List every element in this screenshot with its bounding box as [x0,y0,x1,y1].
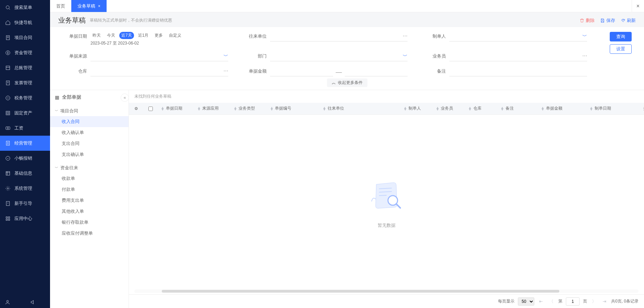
creator-input[interactable] [449,32,587,41]
collapse-tree-button[interactable]: « [121,94,129,102]
column-header[interactable]: ▲▼业务类型 [231,103,267,114]
tree-leaf[interactable]: 收入合同 [50,116,129,127]
tree-leaf[interactable]: 应收应付调整单 [50,228,129,239]
sort-icon[interactable]: ▲▼ [403,107,407,110]
page-size-select[interactable]: 50 [518,297,534,306]
sidebar-item-tax[interactable]: 税务管理 [0,90,50,106]
tab[interactable]: 业务草稿× [71,0,107,12]
sidebar-item-biz[interactable]: 经营管理 [0,136,50,151]
column-header[interactable]: ▲▼单据编号 [267,103,320,114]
filter-date: 单据日期 昨天今天近7天近1月更多自定义 2023-05-27 至 2023-0… [62,32,228,46]
chevron-down-icon[interactable]: ﹀ [223,53,228,59]
tree-leaf[interactable]: 费用支出单 [50,195,129,206]
sort-icon[interactable]: ▲▼ [590,107,593,110]
department-input[interactable] [270,52,408,61]
svg-rect-11 [7,112,9,114]
more-icon[interactable]: ⋯ [223,68,228,74]
select-all-checkbox[interactable] [148,107,153,111]
column-header[interactable]: ▲▼仓库 [465,103,498,114]
table-scroll[interactable]: ⚙▲▼单据日期▲▼来源应用▲▼业务类型▲▼单据编号▲▼往来单位▲▼制单人▲▼业务… [129,103,644,115]
save-icon [600,18,605,23]
column-header[interactable]: ▲▼往来单位 [320,103,401,114]
amount-to-input[interactable] [345,67,408,76]
sidebar-item-guide[interactable]: 新手引导 [0,196,50,211]
gear-icon[interactable]: ⚙ [134,106,138,111]
next-page-button[interactable]: 〉 [591,298,598,305]
more-icon[interactable]: ⋯ [582,53,587,59]
sidebar-item-base[interactable]: 基础信息 [0,166,50,181]
last-page-button[interactable]: ⇥ [601,299,608,304]
chevron-down-icon[interactable]: ﹀ [582,33,587,39]
warehouse-input[interactable] [90,67,228,76]
more-icon[interactable]: ⋯ [403,33,408,39]
collapse-filters-button[interactable]: ︽ 收起更多条件 [327,78,367,87]
sidebar-item-contract[interactable]: 项目合同 [0,30,50,45]
tree-leaf[interactable]: 收入确认单 [50,127,129,138]
operator-input[interactable] [449,52,587,61]
date-quick-option[interactable]: 自定义 [167,32,183,39]
horizontal-scrollbar[interactable] [134,289,639,293]
sort-icon[interactable]: ▲▼ [500,107,504,110]
refresh-button[interactable]: 刷新 [621,17,636,24]
column-header[interactable]: ▲▼单据日期 [158,103,194,114]
settings-button[interactable]: 设置 [610,44,632,54]
column-header[interactable]: ▲▼备注 [498,103,538,114]
tree-group[interactable]: ﹀资金往来 [50,163,129,173]
sort-icon[interactable]: ▲▼ [541,107,545,110]
sort-icon[interactable]: ▲▼ [270,107,274,110]
user-icon[interactable] [5,299,10,306]
tree-leaf[interactable]: 支出确认单 [50,149,129,160]
tree-leaf[interactable]: 银行存取款单 [50,217,129,228]
sidebar-item-salary[interactable]: 工资 [0,121,50,136]
sidebar-item-expense[interactable]: 小畅报销 [0,151,50,166]
sort-icon[interactable]: ▲▼ [161,107,165,110]
column-header[interactable]: 操作 [631,103,644,114]
sidebar-item-ledger[interactable]: 总账管理 [0,60,50,75]
sidebar-item-fund[interactable]: 资金管理 [0,45,50,60]
tab[interactable]: 首页 [50,0,71,12]
tree-leaf[interactable]: 其他收入单 [50,206,129,217]
sound-icon[interactable] [30,299,36,306]
date-quick-option[interactable]: 今天 [105,32,117,39]
tree-group[interactable]: ﹀项目合同 [50,106,129,116]
chevron-down-icon[interactable]: ﹀ [403,53,408,59]
column-header[interactable]: ▲▼制单人 [401,103,433,114]
prev-page-button[interactable]: 〈 [548,298,555,305]
date-quick-option[interactable]: 昨天 [90,32,103,39]
query-button[interactable]: 查询 [610,32,632,41]
page-number-input[interactable] [566,297,580,306]
sidebar-item-apps[interactable]: 应用中心 [0,211,50,226]
column-header[interactable]: ▲▼业务员 [433,103,465,114]
column-header[interactable]: ▲▼来源应用 [194,103,231,114]
sidebar-item-asset[interactable]: 固定资产 [0,106,50,121]
date-quick-option[interactable]: 近1月 [136,32,151,39]
sort-icon[interactable]: ▲▼ [436,107,439,110]
column-settings[interactable]: ⚙ [129,103,143,114]
partner-input[interactable] [270,32,408,41]
close-all-tabs-button[interactable]: × [632,0,644,12]
delete-button[interactable]: 删除 [580,17,595,24]
sort-icon[interactable]: ▲▼ [468,107,472,110]
sort-icon[interactable]: ▲▼ [233,107,237,110]
sidebar-item-system[interactable]: 系统管理 [0,181,50,196]
date-quick-option[interactable]: 更多 [153,32,165,39]
sidebar-item-search[interactable]: 搜索菜单 [0,0,50,15]
first-page-button[interactable]: ⇤ [538,299,544,304]
amount-from-input[interactable] [270,67,333,76]
date-quick-option[interactable]: 近7天 [119,32,134,39]
sort-icon[interactable]: ▲▼ [197,107,201,110]
remark-input[interactable] [449,67,587,76]
tree-leaf[interactable]: 付款单 [50,184,129,195]
save-button[interactable]: 保存 [600,17,615,24]
column-header[interactable]: ▲▼单据金额 [538,103,587,114]
page-title: 业务草稿 [58,16,86,25]
column-header[interactable]: ▲▼制单日期 [587,103,631,114]
sidebar-item-invoice[interactable]: 发票管理 [0,75,50,90]
close-icon[interactable]: × [98,4,100,9]
sort-icon[interactable]: ▲▼ [323,107,326,110]
sidebar-item-home[interactable]: 快捷导航 [0,15,50,30]
tree-leaf[interactable]: 支出合同 [50,138,129,149]
source-input[interactable] [90,52,228,61]
scrollbar-thumb[interactable] [162,290,559,293]
tree-leaf[interactable]: 收款单 [50,173,129,184]
